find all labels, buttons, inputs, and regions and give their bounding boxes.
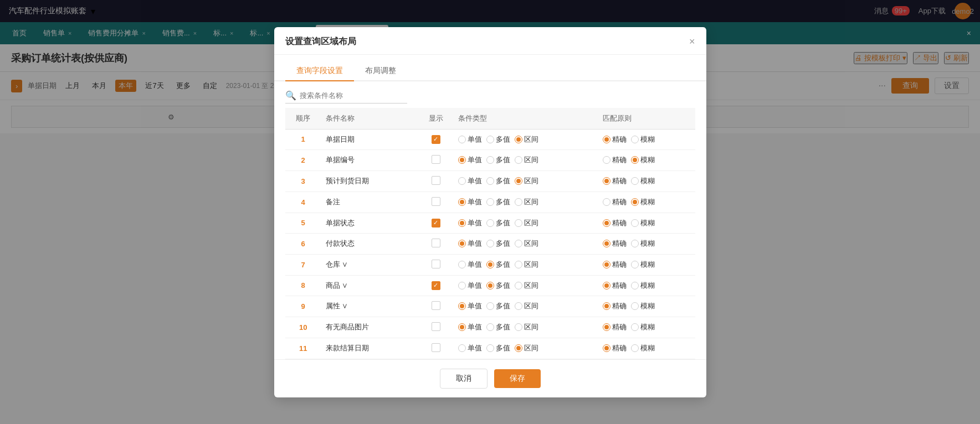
radio-type-range-0[interactable]: 区间 xyxy=(515,135,538,144)
radio-type-single-0[interactable]: 单值 xyxy=(458,135,482,144)
radio-match-fuzzy-9[interactable]: 模糊 xyxy=(631,322,655,332)
radio-match-fuzzy-5[interactable]: 模糊 xyxy=(631,239,655,249)
radio-match-exact-3[interactable]: 精确 xyxy=(603,197,627,207)
radio-match-circle-fuzzy-4 xyxy=(631,219,639,227)
radio-type-range-7[interactable]: 区间 xyxy=(515,281,538,291)
radio-type-range-10[interactable]: 区间 xyxy=(515,343,538,353)
modal-title: 设置查询区域布局 xyxy=(285,36,356,48)
radio-type-single-5[interactable]: 单值 xyxy=(458,239,482,249)
radio-match-exact-1[interactable]: 精确 xyxy=(603,155,627,165)
checkbox-10[interactable] xyxy=(432,343,440,352)
radio-type-range-6[interactable]: 区间 xyxy=(515,260,538,270)
radio-type-range-4[interactable]: 区间 xyxy=(515,218,538,228)
modal-close-btn[interactable]: × xyxy=(689,37,695,46)
radio-match-circle-exact-4 xyxy=(603,219,610,227)
radio-type-single-3[interactable]: 单值 xyxy=(458,197,482,207)
radio-type-multi-2[interactable]: 多值 xyxy=(486,176,510,186)
radio-type-single-1[interactable]: 单值 xyxy=(458,155,482,165)
radio-match-exact-8[interactable]: 精确 xyxy=(603,301,627,311)
radio-match-exact-4[interactable]: 精确 xyxy=(603,218,627,228)
row-check-10[interactable] xyxy=(418,338,454,359)
radio-type-multi-7[interactable]: 多值 xyxy=(486,281,510,291)
radio-match-fuzzy-10[interactable]: 模糊 xyxy=(631,343,655,353)
radio-match-exact-9[interactable]: 精确 xyxy=(603,322,627,332)
radio-match-exact-0[interactable]: 精确 xyxy=(603,135,627,144)
radio-type-range-1[interactable]: 区间 xyxy=(515,155,538,165)
radio-match-exact-2[interactable]: 精确 xyxy=(603,176,627,186)
radio-circle-multi-8 xyxy=(486,302,494,310)
row-check-9[interactable] xyxy=(418,317,454,338)
radio-type-single-2[interactable]: 单值 xyxy=(458,176,482,186)
radio-type-single-8[interactable]: 单值 xyxy=(458,301,482,311)
row-check-3[interactable] xyxy=(418,192,454,213)
radio-match-fuzzy-7[interactable]: 模糊 xyxy=(631,281,655,291)
checkbox-6[interactable] xyxy=(432,260,440,268)
radio-match-exact-7[interactable]: 精确 xyxy=(603,281,627,291)
radio-match-fuzzy-0[interactable]: 模糊 xyxy=(631,135,655,144)
row-order-3: 4 xyxy=(285,192,321,213)
radio-circle-range-3 xyxy=(515,198,522,206)
save-btn[interactable]: 保存 xyxy=(494,369,541,388)
row-check-2[interactable] xyxy=(418,170,454,192)
radio-type-multi-10[interactable]: 多值 xyxy=(486,343,510,353)
radio-type-single-6[interactable]: 单值 xyxy=(458,260,482,270)
checkbox-4[interactable] xyxy=(432,219,440,227)
radio-type-single-10[interactable]: 单值 xyxy=(458,343,482,353)
radio-type-single-7[interactable]: 单值 xyxy=(458,281,482,291)
radio-type-single-9[interactable]: 单值 xyxy=(458,322,482,332)
radio-type-range-3[interactable]: 区间 xyxy=(515,197,538,207)
radio-circle-range-9 xyxy=(515,323,522,331)
radio-match-circle-fuzzy-5 xyxy=(631,240,639,247)
row-check-6[interactable] xyxy=(418,254,454,275)
radio-type-range-8[interactable]: 区间 xyxy=(515,301,538,311)
table-row: 6付款状态单值多值区间精确模糊 xyxy=(285,233,695,254)
row-name-9: 有无商品图片 xyxy=(321,317,418,338)
radio-match-circle-fuzzy-6 xyxy=(631,261,639,268)
checkbox-2[interactable] xyxy=(432,176,440,185)
checkbox-9[interactable] xyxy=(432,322,440,331)
radio-type-multi-6[interactable]: 多值 xyxy=(486,260,510,270)
row-check-1[interactable] xyxy=(418,149,454,170)
radio-type-multi-3[interactable]: 多值 xyxy=(486,197,510,207)
radio-type-multi-5[interactable]: 多值 xyxy=(486,239,510,249)
checkbox-7[interactable] xyxy=(432,281,440,290)
radio-match-exact-6[interactable]: 精确 xyxy=(603,260,627,270)
checkbox-5[interactable] xyxy=(432,239,440,247)
radio-type-multi-8[interactable]: 多值 xyxy=(486,301,510,311)
checkbox-0[interactable] xyxy=(432,135,440,144)
modal-tab-query-fields[interactable]: 查询字段设置 xyxy=(285,61,354,81)
radio-type-multi-9[interactable]: 多值 xyxy=(486,322,510,332)
radio-type-multi-1[interactable]: 多值 xyxy=(486,155,510,165)
radio-match-exact-5[interactable]: 精确 xyxy=(603,239,627,249)
checkbox-8[interactable] xyxy=(432,301,440,310)
radio-type-multi-4[interactable]: 多值 xyxy=(486,218,510,228)
checkbox-1[interactable] xyxy=(432,155,440,164)
radio-type-single-4[interactable]: 单值 xyxy=(458,218,482,228)
radio-match-exact-10[interactable]: 精确 xyxy=(603,343,627,353)
radio-match-fuzzy-8[interactable]: 模糊 xyxy=(631,301,655,311)
row-order-7: 8 xyxy=(285,275,321,296)
radio-type-range-9[interactable]: 区间 xyxy=(515,322,538,332)
modal-tab-layout[interactable]: 布局调整 xyxy=(354,61,407,81)
radio-type-range-2[interactable]: 区间 xyxy=(515,176,538,186)
radio-match-fuzzy-2[interactable]: 模糊 xyxy=(631,176,655,186)
cancel-btn[interactable]: 取消 xyxy=(440,369,488,389)
radio-type-range-5[interactable]: 区间 xyxy=(515,239,538,249)
radio-match-fuzzy-4[interactable]: 模糊 xyxy=(631,218,655,228)
radio-match-fuzzy-3[interactable]: 模糊 xyxy=(631,197,655,207)
radio-circle-range-8 xyxy=(515,302,522,310)
row-check-4[interactable] xyxy=(418,213,454,233)
checkbox-3[interactable] xyxy=(432,197,440,206)
radio-circle-single-6 xyxy=(458,261,466,268)
col-order: 顺序 xyxy=(285,108,321,130)
radio-match-fuzzy-1[interactable]: 模糊 xyxy=(631,155,655,165)
row-check-7[interactable] xyxy=(418,275,454,296)
row-check-8[interactable] xyxy=(418,296,454,317)
radio-type-multi-0[interactable]: 多值 xyxy=(486,135,510,144)
row-check-5[interactable] xyxy=(418,233,454,254)
radio-match-fuzzy-6[interactable]: 模糊 xyxy=(631,260,655,270)
row-match-9: 精确模糊 xyxy=(598,317,695,338)
radio-match-circle-fuzzy-7 xyxy=(631,282,639,289)
row-check-0[interactable] xyxy=(418,129,454,149)
search-input[interactable] xyxy=(300,91,399,100)
